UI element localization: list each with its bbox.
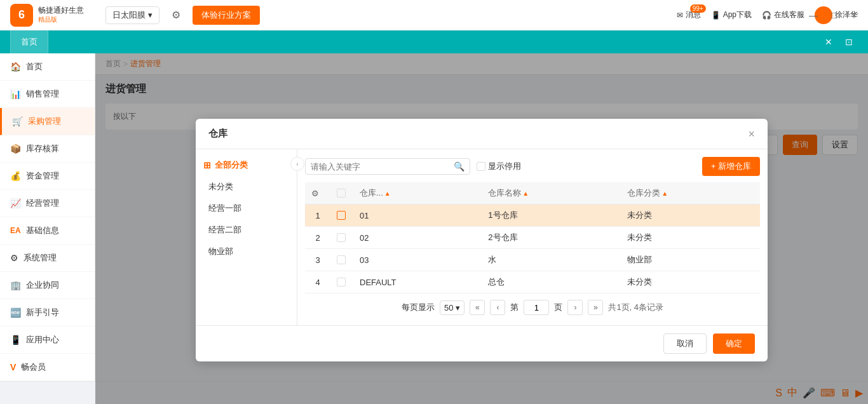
row-name: 总仓 [482,271,621,293]
page-next-btn[interactable]: › [567,300,583,315]
per-page-label: 每页显示 [402,302,435,313]
sidebar-item-enterprise[interactable]: 🏢 企业协同 [0,272,95,299]
logo-text-area: 畅捷通好生意 精品版 [38,6,84,25]
guide-icon: 🆕 [10,307,21,318]
row-num: 2 [305,227,330,249]
page-first-btn[interactable]: « [470,300,485,315]
mobile-icon: 📱 [711,11,721,20]
table-row[interactable]: 3 03 水 物业部 [305,249,760,271]
sidebar-item-sales[interactable]: 📊 销售管理 [0,81,95,108]
page-size-select[interactable]: 50 ▾ [440,300,465,315]
warehouse-table: ⚙ 仓库...▲ 仓库名称▲ [305,182,760,293]
teal-expand-btn[interactable]: ⊡ [840,33,858,51]
sidebar-item-finance[interactable]: 💰 资金管理 [0,163,95,190]
message-icon: ✉ [677,11,683,20]
category-collapse-btn[interactable]: ‹ [290,157,304,171]
sidebar-guide-label: 新手引导 [26,307,59,318]
home-icon: 🏠 [10,62,21,72]
all-category-item[interactable]: ⊞ 全部分类 [196,154,297,176]
search-input[interactable] [311,162,454,172]
table-row[interactable]: 1 01 1号仓库 未分类 [305,205,760,227]
category-panel: ⊞ 全部分类 ‹ 未分类 经营一部 经营二部 物业部 [196,149,297,325]
table-scroll-area: ⚙ 仓库...▲ 仓库名称▲ [305,182,760,293]
industry-btn[interactable]: 体验行业方案 [193,6,260,25]
add-warehouse-btn[interactable]: + 新增仓库 [702,157,760,176]
sidebar-item-apps[interactable]: 📱 应用中心 [0,327,95,354]
table-panel: 🔍 显示停用 + 新增仓库 [297,149,768,325]
window-controls: — □ × [804,0,868,30]
row-checkbox-cell [330,205,353,227]
table-row[interactable]: 4 DEFAULT 总仓 未分类 [305,271,760,293]
row-checkbox[interactable] [337,255,346,264]
sidebar-item-operations[interactable]: 📈 经营管理 [0,190,95,217]
minimize-btn[interactable]: — [804,6,822,24]
page-input[interactable] [524,300,549,315]
show-disabled-label: 显示停用 [488,161,521,172]
online-service-item[interactable]: 🎧 在线客服 [762,10,804,20]
logo-name: 畅捷通好生意 [38,6,84,16]
sidebar-item-guide[interactable]: 🆕 新手引导 [0,299,95,327]
page-prev-btn[interactable]: ‹ [490,300,505,315]
search-input-wrap: 🔍 [305,158,470,175]
row-code: 01 [353,205,482,227]
confirm-btn[interactable]: 确定 [713,333,755,354]
nav-bar: 首页 ✕ ⊡ [0,30,868,53]
sidebar-finance-label: 资金管理 [26,170,59,182]
sidebar-item-purchase[interactable]: 🛒 采购管理 [0,108,95,135]
show-disabled-checkbox[interactable] [477,162,485,171]
table-toolbar: 🔍 显示停用 + 新增仓库 [305,157,760,176]
sidebar-item-basic-info[interactable]: EA 基础信息 [0,217,95,245]
nav-tab-home[interactable]: 首页 [10,30,48,53]
store-selector[interactable]: 日太阳膜 ▾ [105,6,159,24]
warehouse-dialog: 仓库 × ⊞ 全部分类 ‹ 未分类 经营一部 经营二部 [196,119,768,361]
category-property[interactable]: 物业部 [196,241,297,262]
category-unclassified[interactable]: 未分类 [196,176,297,198]
row-category: 未分类 [621,205,760,227]
logo-sub: 精品版 [38,15,84,24]
row-category: 物业部 [621,249,760,271]
row-category: 未分类 [621,271,760,293]
store-dropdown-icon: ▾ [148,10,153,20]
sidebar-home-label: 首页 [26,61,43,72]
row-name: 2号仓库 [482,227,621,249]
sort-icon-category: ▲ [661,190,668,197]
app-download-item[interactable]: 📱 App下载 [711,10,752,20]
table-row[interactable]: 2 02 2号仓库 未分类 [305,227,760,249]
settings-icon[interactable]: ⚙ [167,6,185,24]
headset-icon: 🎧 [762,11,771,20]
sidebar-item-system[interactable]: ⚙ 系统管理 [0,245,95,272]
row-checkbox[interactable] [337,278,346,286]
top-header: 6 畅捷通好生意 精品版 日太阳膜 ▾ ⚙ 体验行业方案 ✉ 消息 99+ 📱 … [0,0,868,30]
sidebar-item-home[interactable]: 🏠 首页 [0,53,95,81]
sidebar-vip-label: 畅会员 [21,361,46,373]
search-icon[interactable]: 🔍 [454,161,465,172]
row-code: 02 [353,227,482,249]
cancel-btn[interactable]: 取消 [663,333,707,354]
sidebar-enterprise-label: 企业协同 [26,279,59,291]
dialog-close-btn[interactable]: × [748,128,755,140]
row-checkbox[interactable] [337,211,346,220]
sidebar-basic-info-label: 基础信息 [26,225,59,236]
close-btn[interactable]: × [845,6,863,24]
operations-icon: 📈 [10,198,21,208]
th-category: 仓库分类▲ [621,182,760,205]
sidebar-item-inventory[interactable]: 📦 库存核算 [0,135,95,163]
teal-close-btn[interactable]: ✕ [820,33,837,51]
finance-icon: 💰 [10,171,21,181]
main-content: 首页 > 进货管理 进货管理 按以下 印 导出 刷新 查询 设置 仓库 [95,53,868,404]
header-middle: 日太阳膜 ▾ ⚙ 体验行业方案 [105,6,677,25]
maximize-btn[interactable]: □ [825,6,843,24]
header-checkbox[interactable] [337,189,346,198]
row-checkbox-cell [330,249,353,271]
sidebar-item-vip[interactable]: V 畅会员 [0,354,95,381]
messages-item[interactable]: ✉ 消息 99+ [677,10,701,20]
pagination-bar: 每页显示 50 ▾ « ‹ 第 页 › » 共1页 [305,293,760,318]
row-num: 1 [305,205,330,227]
system-icon: ⚙ [10,253,18,263]
category-ops2[interactable]: 经营二部 [196,219,297,241]
category-ops1[interactable]: 经营一部 [196,198,297,219]
row-checkbox[interactable] [337,233,346,242]
page-last-btn[interactable]: » [588,300,603,315]
apps-icon: 📱 [10,335,21,345]
store-name: 日太阳膜 [112,10,146,21]
